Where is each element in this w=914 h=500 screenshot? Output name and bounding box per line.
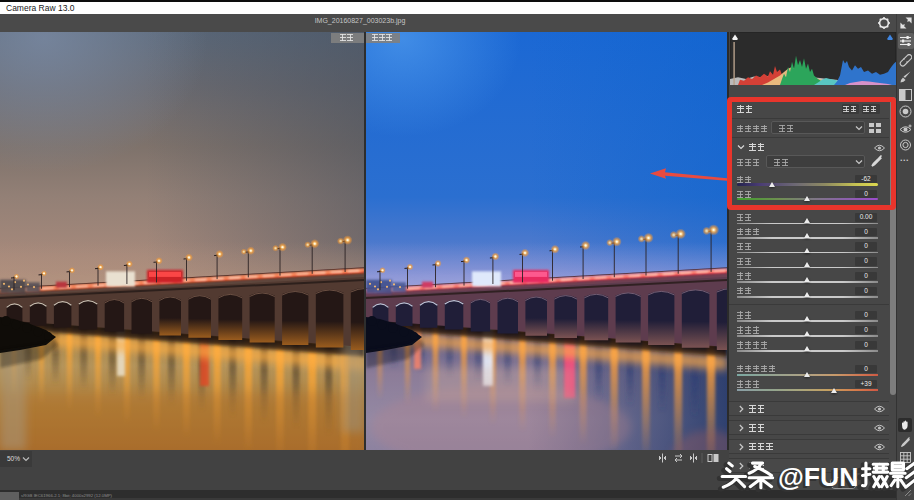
svg-text:@FUN: @FUN [778, 462, 858, 492]
